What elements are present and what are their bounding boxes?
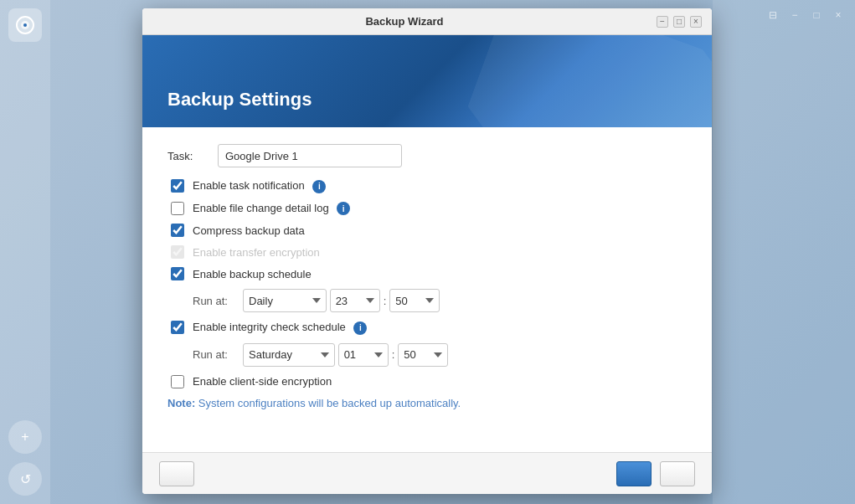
file-change-log-info-icon[interactable]: i — [337, 202, 350, 215]
integrity-minute-select[interactable]: 00051015 20253035 40455055 — [398, 343, 448, 367]
window-controls: − □ × — [657, 16, 702, 28]
backup-frequency-select[interactable]: Daily Weekly Monthly — [243, 289, 327, 312]
enable-client-side-encryption-checkbox[interactable] — [171, 375, 184, 388]
compress-backup-data-checkbox[interactable] — [171, 224, 184, 237]
task-input[interactable] — [218, 144, 402, 167]
enable-backup-schedule-row: Enable backup schedule — [167, 267, 687, 280]
compress-backup-data-label: Compress backup data — [193, 224, 305, 237]
integrity-hour-select[interactable]: 00010203 04050607 08091011 12131415 1617… — [338, 343, 389, 367]
integrity-run-at-label: Run at: — [193, 348, 243, 361]
next-button[interactable] — [616, 461, 652, 486]
taskbar-bottom: + ↺ — [0, 420, 50, 504]
add-icon[interactable]: + — [8, 420, 42, 454]
window-titlebar: Backup Wizard − □ × — [142, 8, 712, 35]
sys-icon-search[interactable]: ⊟ — [765, 7, 781, 23]
taskbar-app-icon[interactable] — [8, 8, 42, 42]
task-notification-info-icon[interactable]: i — [312, 180, 326, 193]
enable-file-change-log-row: Enable file change detail log i — [167, 202, 687, 216]
enable-transfer-encryption-row: Enable transfer encryption — [167, 245, 687, 259]
enable-backup-schedule-label: Enable backup schedule — [193, 268, 312, 280]
backup-run-at-label: Run at: — [193, 295, 243, 307]
history-icon[interactable]: ↺ — [8, 462, 42, 496]
right-controls: ⊟ − □ × — [713, 0, 855, 504]
wizard-header: Backup Settings — [142, 35, 712, 127]
cancel-button[interactable] — [660, 461, 695, 486]
integrity-time-colon: : — [392, 348, 395, 361]
minimize-button[interactable]: − — [657, 16, 668, 28]
backup-minute-select[interactable]: 00051015 20253035 40455055 — [389, 289, 440, 312]
enable-client-side-encryption-row: Enable client-side encryption — [167, 375, 687, 388]
integrity-check-info-icon[interactable]: i — [353, 321, 367, 335]
note-content: System configurations will be backed up … — [198, 397, 461, 409]
back-button[interactable] — [159, 461, 194, 486]
enable-file-change-log-label: Enable file change detail log i — [193, 202, 350, 216]
taskbar-left: + ↺ — [0, 0, 50, 504]
integrity-day-select[interactable]: SundayMondayTuesday WednesdayThursdayFri… — [243, 343, 335, 367]
backup-time-colon: : — [384, 295, 387, 307]
backup-schedule-run-at-row: Run at: Daily Weekly Monthly 00010203 04… — [167, 289, 687, 312]
enable-task-notification-checkbox[interactable] — [171, 179, 184, 193]
note-label: Note: — [167, 397, 195, 409]
wizard-header-title: Backup Settings — [167, 89, 312, 111]
close-button[interactable]: × — [690, 16, 702, 28]
sys-icon-close[interactable]: × — [830, 7, 847, 23]
enable-task-notification-label: Enable task notification i — [193, 179, 326, 193]
integrity-schedule-run-at-row: Run at: SundayMondayTuesday WednesdayThu… — [167, 343, 687, 367]
backup-hour-select[interactable]: 00010203 04050607 08091011 12131415 1617… — [330, 289, 380, 312]
enable-task-notification-row: Enable task notification i — [167, 179, 687, 193]
sys-icon-minus[interactable]: − — [786, 7, 803, 23]
enable-integrity-check-row: Enable integrity check schedule i — [167, 321, 687, 335]
enable-integrity-check-checkbox[interactable] — [171, 321, 184, 334]
backup-wizard-window: Backup Wizard − □ × Backup Settings Task… — [142, 8, 712, 494]
enable-integrity-check-label: Enable integrity check schedule i — [193, 321, 367, 335]
maximize-button[interactable]: □ — [673, 16, 685, 28]
note-text: Note: System configurations will be back… — [167, 397, 687, 409]
enable-file-change-log-checkbox[interactable] — [171, 202, 184, 215]
task-row: Task: — [167, 144, 687, 167]
enable-transfer-encryption-label: Enable transfer encryption — [193, 246, 320, 259]
desktop: + ↺ Backup Wizard − □ × — [0, 0, 855, 504]
wizard-footer — [142, 452, 712, 494]
enable-client-side-encryption-label: Enable client-side encryption — [193, 375, 332, 388]
compress-backup-data-row: Compress backup data — [167, 224, 687, 237]
enable-backup-schedule-checkbox[interactable] — [171, 267, 184, 280]
wizard-content: Task: Enable task notification i Enable … — [142, 127, 712, 452]
window-title: Backup Wizard — [152, 15, 657, 28]
sys-icon-box[interactable]: □ — [808, 7, 825, 23]
task-label: Task: — [167, 150, 218, 162]
enable-transfer-encryption-checkbox — [171, 245, 184, 259]
svg-point-2 — [23, 23, 27, 27]
